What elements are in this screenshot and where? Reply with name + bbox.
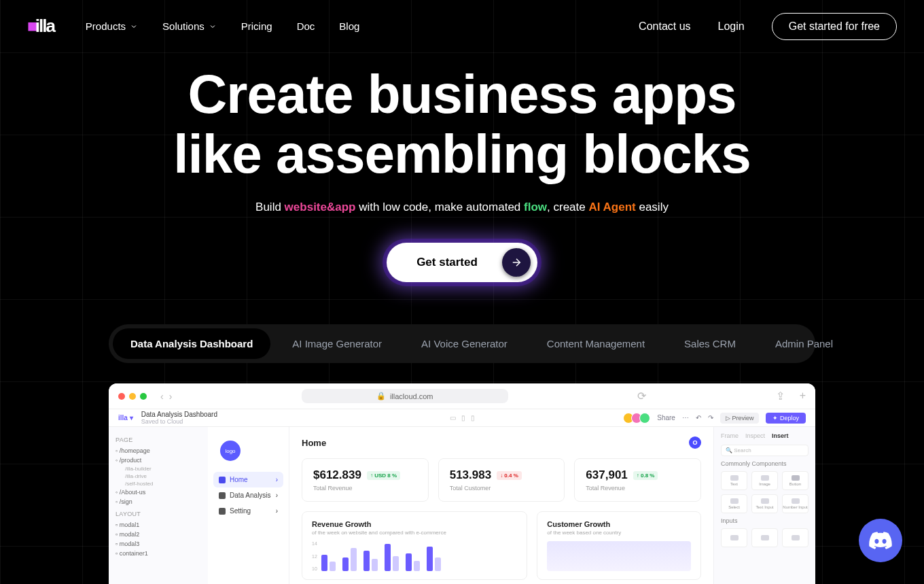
gear-icon: [219, 508, 226, 515]
collaborator-avatars: [626, 413, 650, 424]
traffic-lights: [118, 393, 147, 400]
tab-inspect[interactable]: Inspect: [745, 432, 765, 439]
contact-link[interactable]: Contact us: [639, 20, 690, 33]
customer-growth-chart: Customer Growth of the week based one co…: [537, 511, 701, 580]
chevron-right-icon: ›: [276, 492, 278, 499]
inspector-panel: Frame Inspect Insert 🔍 Search Commonly C…: [713, 427, 815, 584]
chevron-right-icon: ›: [276, 507, 278, 515]
app-sidebar: logo Home › Data Analysis › Setting ›: [208, 427, 289, 584]
tab-ai-image[interactable]: AI Image Generator: [274, 328, 399, 359]
example-tabs: Data Analysis Dashboard AI Image Generat…: [109, 324, 815, 363]
share-icon[interactable]: ⇪: [776, 390, 785, 402]
component-number-input[interactable]: Number Input: [782, 494, 808, 513]
get-started-button[interactable]: Get started: [387, 243, 537, 282]
discord-fab[interactable]: [859, 519, 902, 562]
layout-item[interactable]: ▫ modal1: [116, 520, 201, 530]
nav-blog[interactable]: Blog: [339, 20, 359, 32]
page-item[interactable]: ◦ /sign: [116, 497, 201, 506]
more-icon[interactable]: ⋯: [682, 414, 689, 422]
component-search[interactable]: 🔍 Search: [721, 445, 808, 456]
status-badge: O: [689, 436, 701, 449]
nav-solutions[interactable]: Solutions: [162, 20, 217, 32]
stat-card: 513.983↓ 0.4 % Total Customer: [438, 458, 565, 502]
chart-icon: [219, 492, 226, 499]
page-item[interactable]: /self-hosted: [116, 480, 201, 487]
logo[interactable]: ■illa: [27, 16, 54, 37]
chevron-right-icon: ›: [276, 476, 278, 483]
stat-card: 637,901↑ 0.8 % Total Revenue: [574, 458, 701, 502]
nav-doc[interactable]: Doc: [297, 20, 315, 32]
tab-content-mgmt[interactable]: Content Management: [529, 328, 662, 359]
page-item[interactable]: ◦ /homepage: [116, 446, 201, 456]
page-item[interactable]: ◦ /product: [116, 456, 201, 465]
component-item[interactable]: [751, 528, 778, 547]
component-button[interactable]: Button: [782, 471, 808, 490]
preview-button[interactable]: ▷ Preview: [720, 413, 760, 424]
component-text[interactable]: Text: [721, 471, 747, 490]
deploy-button[interactable]: ✦ Deploy: [766, 413, 806, 424]
pages-panel: PAGE ◦ /homepage ◦ /product /illa-builde…: [109, 427, 208, 584]
get-started-free-button[interactable]: Get started for free: [772, 13, 897, 40]
component-text-input[interactable]: Text Input: [751, 494, 778, 513]
arrow-right-icon: [502, 248, 531, 277]
undo-icon[interactable]: ↶: [696, 414, 701, 422]
tablet-icon[interactable]: ▯: [461, 414, 465, 422]
tab-data-analysis[interactable]: Data Analysis Dashboard: [113, 328, 270, 359]
page-item[interactable]: /illa-drive: [116, 473, 201, 480]
component-select[interactable]: Select: [721, 494, 747, 513]
nav-products[interactable]: Products: [86, 20, 138, 32]
component-image[interactable]: Image: [751, 471, 778, 490]
page-item[interactable]: ◦ /About-us: [116, 487, 201, 497]
nav-pricing[interactable]: Pricing: [241, 20, 272, 32]
redo-icon[interactable]: ↷: [708, 414, 713, 422]
nav-setting[interactable]: Setting ›: [213, 503, 283, 519]
top-nav: ■illa Products Solutions Pricing Doc Blo…: [0, 0, 924, 52]
nav-home[interactable]: Home ›: [213, 472, 283, 487]
canvas: Home O $612.839↑ USD 8 % Total Revenue 5…: [289, 427, 713, 584]
tab-ai-voice[interactable]: AI Voice Generator: [404, 328, 525, 359]
layout-item[interactable]: ▫ container1: [116, 549, 201, 558]
url-bar[interactable]: 🔒 illacloud.com: [302, 389, 508, 403]
hero-title: Create business apps like assembling blo…: [0, 65, 924, 184]
reload-icon[interactable]: ⟳: [637, 390, 646, 402]
discord-icon: [869, 532, 892, 549]
hero-subtitle: Build website&app with low code, make au…: [0, 201, 924, 214]
lock-icon: 🔒: [376, 392, 386, 400]
tab-admin-panel[interactable]: Admin Panel: [758, 328, 851, 359]
chevron-down-icon: [209, 22, 217, 31]
stat-card: $612.839↑ USD 8 % Total Revenue: [302, 458, 429, 502]
desktop-icon[interactable]: ▭: [450, 414, 456, 422]
nav-data-analysis[interactable]: Data Analysis ›: [213, 487, 283, 503]
page-heading: Home: [302, 438, 326, 448]
component-item[interactable]: [721, 528, 747, 547]
chevron-down-icon: [130, 22, 138, 31]
home-icon: [219, 477, 226, 483]
tab-sales-crm[interactable]: Sales CRM: [667, 328, 753, 359]
tab-frame[interactable]: Frame: [721, 432, 739, 439]
tab-insert[interactable]: Insert: [772, 432, 789, 439]
page-item[interactable]: /illa-builder: [116, 465, 201, 473]
app-preview: ‹ › 🔒 illacloud.com ⟳ ⇪ + illa ▾ Data An…: [109, 383, 815, 584]
browser-chrome: ‹ › 🔒 illacloud.com ⟳ ⇪ +: [109, 383, 815, 409]
app-logo: logo: [220, 441, 241, 461]
component-item[interactable]: [782, 528, 808, 547]
revenue-growth-chart: Revenue Growth of the week on website an…: [302, 511, 527, 580]
app-titlebar: illa ▾ Data Analysis Dashboard Saved to …: [109, 409, 815, 427]
new-tab-icon[interactable]: +: [800, 390, 806, 402]
layout-item[interactable]: ▫ modal2: [116, 530, 201, 539]
hero-section: Create business apps like assembling blo…: [0, 52, 924, 282]
back-icon[interactable]: ‹: [160, 391, 164, 402]
login-link[interactable]: Login: [718, 20, 745, 33]
forward-icon[interactable]: ›: [169, 391, 173, 402]
layout-item[interactable]: ▫ modal3: [116, 539, 201, 549]
share-link[interactable]: Share: [657, 414, 675, 422]
